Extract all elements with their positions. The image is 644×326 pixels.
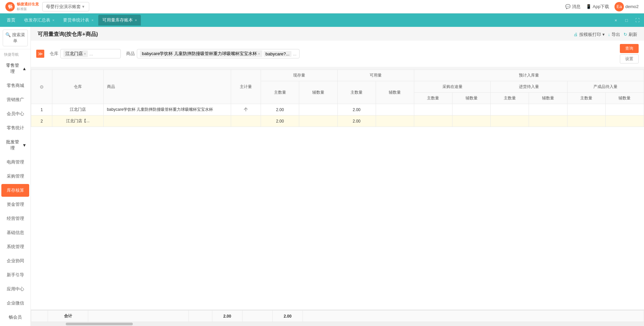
export-btn[interactable]: ↓ 导出 [608, 32, 621, 38]
sidebar-item-purchase[interactable]: 采购管理 [1, 170, 29, 183]
warehouse-filter: 仓库 江北门店 × ... [50, 49, 121, 58]
fullscreen-btn[interactable]: ⛶ [633, 16, 641, 24]
query-btn[interactable]: 查询 [620, 44, 639, 53]
th-goods-pending: 进货待入量 [491, 81, 567, 93]
gear-icon[interactable]: ⚙ [40, 84, 44, 90]
cell-goods-main-1 [491, 104, 529, 115]
warehouse-label: 仓库 [50, 51, 58, 57]
summary-footer: 合计 2.00 2.00 [31, 310, 644, 322]
scrollbar-thumb[interactable] [66, 323, 133, 325]
warehouse-more-btn[interactable]: ... [89, 51, 93, 56]
table-row: 1 江北门店 babycare学饮杯 儿童防摔防撞吸管杯重力球吸嘴杯宝宝水杯 个… [31, 104, 644, 115]
cell-goods-aux-2 [529, 115, 567, 127]
summary-row: 合计 2.00 2.00 [31, 311, 644, 322]
search-icon: 🔍 [5, 32, 11, 37]
cell-no-1: 1 [31, 104, 52, 115]
tab-receive-summary[interactable]: 收发存汇总表 × [20, 15, 58, 26]
th-stock-aux: 辅数量 [299, 81, 337, 104]
product-more-btn[interactable]: ... [293, 51, 297, 56]
summary-stock-aux [243, 311, 273, 322]
tab-order-stats[interactable]: 要货单统计表 × [59, 15, 97, 26]
close-tab-2[interactable]: × [135, 18, 137, 22]
warehouse-tag: 江北门店 × [63, 50, 88, 57]
sidebar-item-member[interactable]: 会员中心 [1, 107, 29, 120]
product-field[interactable]: babycare学饮杯 儿童防摔防撞吸管杯重力球吸嘴杯宝宝水杯 × babyca… [137, 49, 300, 58]
th-pur-aux: 辅数量 [452, 93, 491, 104]
sidebar-item-system[interactable]: 系统管理 [1, 240, 29, 253]
tab-home[interactable]: 首页 [3, 15, 19, 26]
cell-product-2 [103, 115, 231, 127]
sidebar-item-inventory[interactable]: 库存核算 [1, 184, 29, 197]
chevron-down-icon: ▾ [602, 32, 605, 37]
sidebar-item-member2[interactable]: 畅会员 [1, 311, 29, 324]
refresh-icon: ↻ [624, 32, 627, 37]
settings-btn[interactable]: 设置 [620, 54, 639, 63]
cell-avail-main-1: 2.00 [337, 104, 376, 115]
search-menu-btn[interactable]: 🔍 搜索菜单 [3, 30, 28, 46]
sidebar-item-retail-shop[interactable]: 零售商城 [1, 79, 29, 92]
print-icon: 🖨 [574, 32, 578, 37]
cell-stock-main-2: 2.00 [261, 115, 299, 127]
avatar: Ea [614, 2, 624, 11]
chevron-down-icon: ▼ [22, 143, 26, 148]
th-available: 可用量 [337, 70, 414, 81]
cell-pur-aux-1 [452, 104, 491, 115]
close-tab-1[interactable]: × [91, 18, 93, 22]
filter-actions: 查询 设置 [620, 44, 639, 63]
cell-product-1: babycare学饮杯 儿童防摔防撞吸管杯重力球吸嘴杯宝宝水杯 [103, 104, 231, 115]
cell-prod-aux-2 [605, 115, 644, 127]
cell-unit-1: 个 [231, 104, 261, 115]
th-prod-aux: 辅数量 [605, 93, 644, 104]
remove-product-tag-1[interactable]: × [258, 52, 260, 56]
summary-unit [189, 311, 212, 322]
sidebar-item-retail-stats[interactable]: 零售统计 [1, 122, 29, 134]
sidebar-item-appcenter[interactable]: 应用中心 [1, 283, 29, 295]
th-current-stock: 现存量 [261, 70, 337, 81]
sidebar-item-ecommerce[interactable]: 电商管理 [1, 156, 29, 169]
app-download-btn[interactable]: 📱 App下载 [586, 4, 609, 10]
close-window-btn[interactable]: × [612, 16, 620, 24]
th-no: ⚙ [31, 70, 52, 104]
cell-stock-aux-2 [299, 115, 337, 127]
remove-warehouse-tag[interactable]: × [84, 52, 86, 56]
page-title: 可用量查询(按仓库+商品) [38, 31, 98, 38]
chevron-down-icon: ▾ [82, 4, 85, 9]
cell-goods-aux-1 [529, 104, 567, 115]
industry-selector[interactable]: 母婴行业演示账套 ▾ [42, 2, 89, 11]
refresh-btn[interactable]: ↻ 刷新 [624, 32, 637, 38]
sidebar-item-cooperation[interactable]: 企业协同 [1, 254, 29, 267]
message-btn[interactable]: 💬 消息 [565, 4, 581, 10]
th-goods-main: 主数量 [491, 93, 529, 104]
sidebar-item-enterprise-wechat[interactable]: 企业微信 [1, 297, 29, 310]
nav-tabs: 首页 收发存汇总表 × 要货单统计表 × 可用量库存账本 × × □ ⛶ [0, 13, 644, 27]
sidebar-item-finance[interactable]: 资金管理 [1, 198, 29, 211]
product-filter: 商品 babycare学饮杯 儿童防摔防撞吸管杯重力球吸嘴杯宝宝水杯 × bab… [126, 49, 300, 58]
print-btn[interactable]: 🖨 按模板打印 ▾ [574, 32, 605, 38]
th-pur-main: 主数量 [414, 93, 452, 104]
summary-stock-main: 2.00 [212, 311, 243, 322]
sidebar-item-basic[interactable]: 基础信息 [1, 226, 29, 239]
sidebar-item-ops[interactable]: 经营管理 [1, 212, 29, 225]
top-bar: 畅 畅捷通好生意 标准版 母婴行业演示账套 ▾ 💬 消息 📱 App下载 Ea … [0, 0, 644, 13]
warehouse-field[interactable]: 江北门店 × ... [60, 49, 121, 58]
cell-stock-main-1: 2.00 [261, 104, 299, 115]
chevron-icon: ▲ [22, 66, 26, 71]
product-tag-2: babycare?... [264, 51, 292, 57]
summary-avail-main: 2.00 [273, 311, 303, 322]
th-goods-aux: 辅数量 [529, 93, 567, 104]
sidebar-item-retail-mgmt[interactable]: 零售管理 ▲ [1, 59, 29, 78]
filter-expand-btn[interactable]: ≫ [36, 50, 44, 58]
sidebar-item-wholesale-mgmt[interactable]: 批发管理 ▼ [1, 136, 29, 154]
sidebar-item-marketing[interactable]: 营销推广 [1, 93, 29, 106]
cell-avail-aux-2 [376, 115, 414, 127]
th-prod-main: 主数量 [567, 93, 605, 104]
restore-window-btn[interactable]: □ [623, 16, 631, 24]
sidebar-item-newbie[interactable]: 新手引导 [1, 269, 29, 281]
tab-available-inventory[interactable]: 可用量库存账本 × [98, 15, 141, 26]
close-tab-0[interactable]: × [52, 18, 54, 22]
quick-nav-label[interactable]: 快捷导航 [0, 49, 31, 58]
horizontal-scrollbar[interactable] [31, 322, 644, 326]
user-area[interactable]: Ea demo2 [614, 2, 639, 11]
content-area: 可用量查询(按仓库+商品) 🖨 按模板打印 ▾ ↓ 导出 ↻ 刷新 ≫ [31, 27, 644, 326]
window-controls: × □ ⛶ [612, 16, 641, 24]
